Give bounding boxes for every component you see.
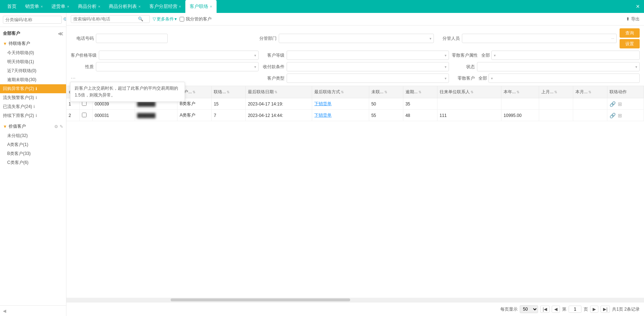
- row2-year: 10995.00: [501, 110, 539, 121]
- nature-select[interactable]: ▾: [96, 62, 259, 71]
- filter-search-input[interactable]: [73, 16, 138, 22]
- sort-icon-this-month[interactable]: ⇅: [588, 90, 591, 94]
- pending-contact-group[interactable]: ▼ 待联络客户: [0, 39, 66, 48]
- sort-icon-uncontacted[interactable]: ⇅: [384, 90, 387, 94]
- sidebar-item-repurchase-anomaly[interactable]: 回购异常客户(2) ℹ: [0, 84, 66, 93]
- filter-search-box: 🔍: [71, 15, 150, 23]
- close-purchase-order-icon[interactable]: ×: [67, 4, 69, 9]
- nature-chevron: ▾: [254, 65, 256, 69]
- table-row: 2 000031 ██████ A类客户: [66, 110, 644, 121]
- filter-search-icon[interactable]: 🔍: [138, 16, 143, 22]
- manager-select[interactable]: ···: [462, 34, 617, 43]
- sidebar-item-churned[interactable]: 已流失客户(24) ℹ: [0, 102, 66, 111]
- sidebar-bottom[interactable]: ◀: [0, 305, 66, 316]
- horizontal-scrollbar[interactable]: [66, 298, 644, 302]
- phone-input[interactable]: [96, 34, 168, 43]
- value-group-settings-icon[interactable]: ⚙: [54, 124, 58, 129]
- row2-check: [79, 110, 92, 121]
- more-dots[interactable]: ···: [71, 75, 75, 81]
- filter-row-1: 电话号码 分管部门 ▾ 分管人员 ···: [71, 28, 640, 48]
- filter-more-conditions[interactable]: ▽ 更多条件 ▾: [153, 16, 177, 22]
- sidebar-item-7days[interactable]: 近7天待联络(0): [0, 66, 66, 75]
- sort-icon-overdue[interactable]: ⇅: [418, 90, 421, 94]
- close-all-tabs-button[interactable]: ×: [636, 3, 640, 10]
- row2-grid-icon[interactable]: ⊞: [618, 113, 622, 118]
- dept-select[interactable]: ▾: [279, 34, 434, 43]
- all-customers-header[interactable]: 全部客户 ≪: [0, 28, 66, 39]
- close-customer-contact-icon[interactable]: ×: [210, 4, 212, 9]
- last-page-button[interactable]: ▶|: [601, 306, 610, 313]
- sidebar-search-input[interactable]: [3, 16, 62, 24]
- value-group-edit-icon[interactable]: ✎: [60, 124, 63, 129]
- sidebar-item-class-a[interactable]: A类客户(1): [0, 140, 66, 149]
- first-page-button[interactable]: |◀: [540, 306, 550, 313]
- nav-product-analysis-list[interactable]: 商品分析列表 ×: [105, 0, 145, 13]
- sidebar-item-declining[interactable]: 持续下滑客户(2) ℹ: [0, 111, 66, 120]
- row1-year: [501, 98, 539, 110]
- sidebar-item-today[interactable]: 今天待联络(0): [0, 48, 66, 57]
- sidebar-item-class-b[interactable]: B类客户(33): [0, 149, 66, 158]
- col-this-month: 本月... ⇅: [573, 86, 607, 98]
- row2-link-icon[interactable]: 🔗: [610, 113, 616, 118]
- nav-sales-order[interactable]: 销货单 ×: [21, 0, 47, 13]
- next-page-button[interactable]: ▶: [590, 306, 598, 313]
- sort-icon-year[interactable]: ⇅: [516, 90, 519, 94]
- row1-uncontacted: 50: [369, 98, 403, 110]
- row1-link-icon[interactable]: 🔗: [610, 101, 616, 107]
- sidebar-item-ungrouped[interactable]: 未分组(32): [0, 131, 66, 140]
- sort-icon-type[interactable]: ⇅: [193, 90, 195, 94]
- nav-product-analysis[interactable]: 商品分析 ×: [74, 0, 105, 13]
- status-select[interactable]: ▾: [477, 62, 640, 71]
- my-customer-checkbox[interactable]: 我分管的客户: [180, 16, 212, 22]
- per-page-label: 每页显示: [500, 306, 518, 312]
- col-last-contact-date: 最后联络日期 ⇅: [246, 86, 312, 98]
- sort-icon-contacts[interactable]: ⇅: [471, 90, 473, 94]
- retail-customer-select[interactable]: ▾: [488, 74, 640, 83]
- retail-attr-select[interactable]: ▾: [491, 51, 640, 60]
- customer-grade-select[interactable]: ▾: [287, 51, 449, 60]
- payment-select[interactable]: ▾: [287, 62, 449, 71]
- col-last-month: 上月... ⇅: [539, 86, 573, 98]
- nav-purchase-order[interactable]: 进货单 ×: [47, 0, 73, 13]
- close-product-analysis-icon[interactable]: ×: [98, 4, 100, 9]
- sidebar-search-icon[interactable]: 🔍: [63, 17, 66, 22]
- row1-this-month: [573, 98, 607, 110]
- query-button[interactable]: 查询: [620, 28, 640, 38]
- sort-icon-contact[interactable]: ⇅: [227, 90, 230, 94]
- close-sales-order-icon[interactable]: ×: [41, 4, 43, 9]
- tooltip-box: 距客户上次交易时长，超过了此客户的平均交易周期的1.5倍，则视为异常。: [70, 82, 185, 102]
- export-button[interactable]: ⬆ 导出: [626, 16, 640, 22]
- sidebar-item-overdue[interactable]: 逾期未联络(30): [0, 75, 66, 84]
- sort-icon-method[interactable]: ⇅: [341, 90, 344, 94]
- page-suffix: 页: [584, 306, 588, 312]
- price-grade-label: 客户价格等级: [71, 52, 99, 58]
- page-number-input[interactable]: [569, 306, 582, 313]
- nav-customer-contact[interactable]: 客户联络 ×: [185, 0, 216, 13]
- sort-icon-last-month[interactable]: ⇅: [554, 90, 557, 94]
- row2-checkbox[interactable]: [82, 113, 87, 117]
- row1-grid-icon[interactable]: ⊞: [618, 101, 622, 107]
- phone-field: 电话号码: [71, 34, 251, 43]
- customer-type-select[interactable]: ▾: [287, 74, 449, 83]
- sidebar-item-tomorrow[interactable]: 明天待联络(1): [0, 57, 66, 66]
- close-customer-segment-icon[interactable]: ×: [179, 4, 181, 9]
- sidebar-item-churn-warning[interactable]: 流失预警客户(3) ℹ: [0, 93, 66, 102]
- price-grade-field: 客户价格等级 ▾: [71, 51, 259, 60]
- close-product-analysis-list-icon[interactable]: ×: [138, 4, 140, 9]
- settings-button[interactable]: 设置: [620, 39, 640, 48]
- value-customer-group[interactable]: ▼ 价值客户 ⚙ ✎: [0, 122, 66, 131]
- more-field: ···: [71, 75, 259, 81]
- prev-page-button[interactable]: ◀: [552, 306, 560, 313]
- nav-customer-segment[interactable]: 客户分层经营 ×: [145, 0, 185, 13]
- status-label: 状态: [452, 64, 477, 70]
- my-customer-check[interactable]: [180, 17, 184, 22]
- nav-home[interactable]: 首页: [3, 0, 21, 13]
- price-grade-select[interactable]: ▾: [99, 51, 259, 60]
- scrollbar-thumb[interactable]: [171, 298, 350, 301]
- sidebar-item-class-c[interactable]: C类客户(6): [0, 158, 66, 167]
- retail-attr-chevron: ▾: [494, 53, 496, 57]
- per-page-select[interactable]: 50 20 100: [520, 305, 538, 313]
- filter-row-2: 客户价格等级 ▾ 客户等级 ▾ 零散客户属性 全部: [71, 51, 640, 60]
- row2-contact-count: 7: [212, 110, 246, 121]
- sort-icon-date[interactable]: ⇅: [274, 90, 277, 94]
